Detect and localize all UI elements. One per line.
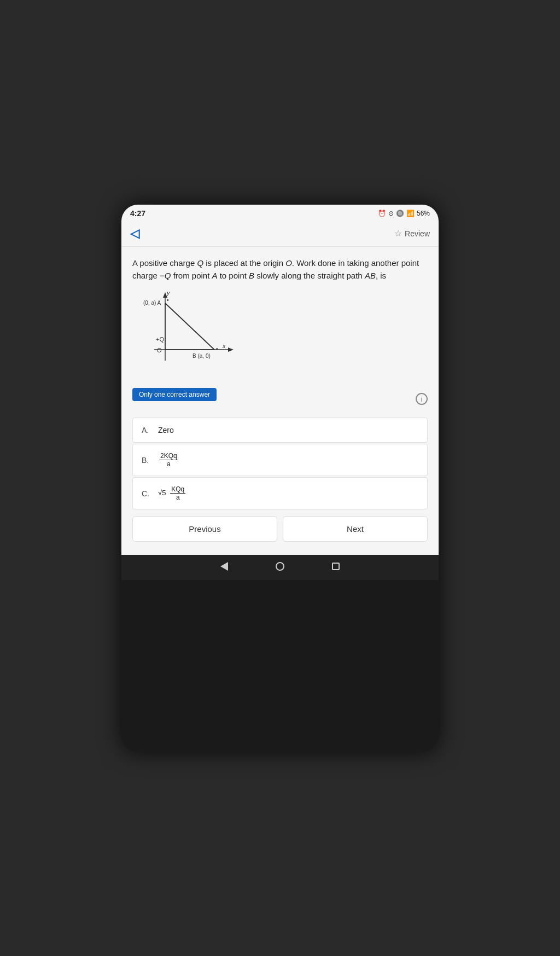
diagram-container: x y (0, a) A • B (a, 0) • +Q O bbox=[138, 289, 247, 377]
recents-nav-icon[interactable] bbox=[330, 560, 342, 572]
content-area: A positive charge Q is placed at the ori… bbox=[121, 247, 439, 555]
alarm-icon: ⊙ bbox=[388, 210, 394, 217]
android-nav-bar bbox=[121, 555, 439, 580]
option-a-label: A. bbox=[142, 426, 153, 434]
option-c-denominator: a bbox=[175, 494, 181, 501]
svg-text:(0, a) A: (0, a) A bbox=[143, 300, 161, 306]
wifi-icon: 🔘 bbox=[396, 210, 404, 217]
option-c[interactable]: C. √5 KQq a bbox=[132, 477, 428, 509]
option-b-fraction: 2KQq a bbox=[159, 452, 178, 468]
option-b-label: B. bbox=[142, 456, 153, 465]
app-header: ◁ ☆ Review bbox=[121, 222, 439, 247]
back-button[interactable]: ◁ bbox=[130, 227, 139, 241]
svg-text:x: x bbox=[222, 343, 226, 349]
svg-text:O: O bbox=[157, 347, 162, 354]
svg-text:•: • bbox=[216, 346, 218, 352]
svg-text:+Q: +Q bbox=[156, 336, 164, 343]
back-nav-icon[interactable] bbox=[218, 560, 230, 572]
status-right: ⏰ ⊙ 🔘 📶 56% bbox=[378, 210, 430, 217]
option-c-prefix: √5 bbox=[158, 489, 166, 497]
option-c-numerator: KQq bbox=[170, 485, 185, 494]
battery-text: 56% bbox=[417, 210, 430, 217]
svg-text:B (a, 0): B (a, 0) bbox=[192, 353, 211, 359]
option-b-denominator: a bbox=[166, 460, 172, 468]
signal-icon: 📶 bbox=[406, 210, 415, 217]
review-button[interactable]: ☆ Review bbox=[394, 228, 430, 239]
option-b[interactable]: B. 2KQq a bbox=[132, 444, 428, 476]
home-nav-icon[interactable] bbox=[274, 560, 286, 572]
next-button[interactable]: Next bbox=[283, 516, 428, 542]
option-b-text: 2KQq a bbox=[158, 452, 418, 468]
phone-frame: 4:27 ⏰ ⊙ 🔘 📶 56% ◁ ☆ Review A positive c… bbox=[121, 205, 439, 752]
status-bar: 4:27 ⏰ ⊙ 🔘 📶 56% bbox=[121, 205, 439, 222]
review-label: Review bbox=[405, 229, 430, 238]
option-a[interactable]: A. Zero bbox=[132, 418, 428, 443]
question-text: A positive charge Q is placed at the ori… bbox=[132, 257, 428, 282]
svg-text:y: y bbox=[166, 289, 171, 296]
options-container: A. Zero B. 2KQq a C. √5 KQ bbox=[132, 418, 428, 509]
answer-type-badge[interactable]: Only one correct answer bbox=[132, 388, 217, 401]
svg-text:•: • bbox=[167, 297, 169, 303]
option-c-label: C. bbox=[142, 489, 153, 498]
info-icon[interactable]: i bbox=[416, 393, 428, 405]
star-icon: ☆ bbox=[394, 228, 402, 239]
time-display: 4:27 bbox=[130, 209, 145, 218]
svg-marker-3 bbox=[228, 347, 234, 352]
previous-button[interactable]: Previous bbox=[132, 516, 277, 542]
svg-line-6 bbox=[165, 303, 214, 350]
option-c-fraction: KQq a bbox=[170, 485, 185, 501]
coordinate-diagram: x y (0, a) A • B (a, 0) • +Q O bbox=[138, 289, 247, 377]
nav-buttons: Previous Next bbox=[132, 509, 428, 547]
option-b-numerator: 2KQq bbox=[159, 452, 178, 460]
option-a-text: Zero bbox=[158, 426, 418, 434]
option-c-text: √5 KQq a bbox=[158, 485, 418, 501]
clock-icon: ⏰ bbox=[378, 210, 386, 217]
question-body: A positive charge Q is placed at the ori… bbox=[132, 258, 419, 280]
